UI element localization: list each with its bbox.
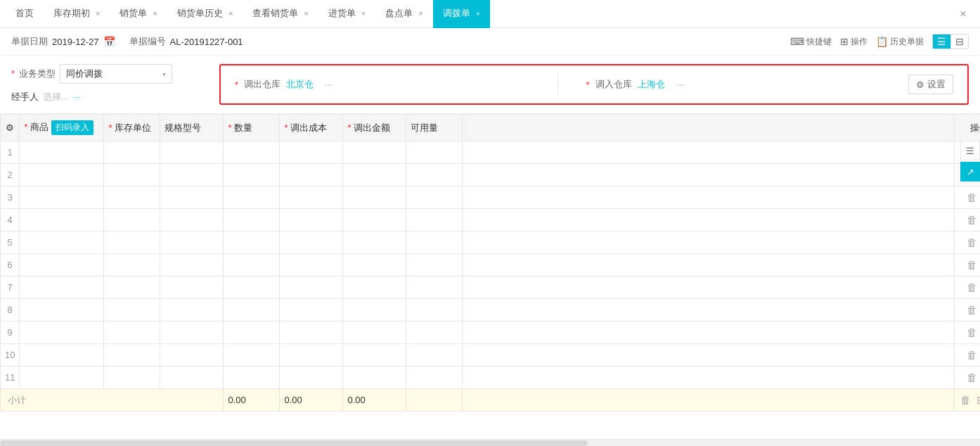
cell-spec-5[interactable] — [160, 231, 224, 254]
cell-available-8[interactable] — [406, 299, 463, 321]
warehouse-in-more-btn[interactable]: ··· — [676, 79, 685, 90]
cell-cost-4[interactable] — [280, 209, 343, 231]
calendar-icon[interactable]: 📅 — [103, 36, 115, 47]
cell-spec-9[interactable] — [160, 321, 224, 344]
cell-qty-2[interactable] — [224, 164, 280, 186]
cell-product-10[interactable] — [20, 344, 104, 367]
tab-inventory-check-close[interactable]: × — [418, 9, 423, 18]
scan-input-button[interactable]: 扫码录入 — [51, 120, 94, 135]
cell-product-2[interactable] — [20, 164, 104, 186]
cell-product-4[interactable] — [20, 209, 104, 231]
tab-inventory-init[interactable]: 库存期初 × — [44, 0, 110, 28]
delete-icon-4[interactable]: 🗑 — [967, 214, 977, 226]
delete-icon-7[interactable]: 🗑 — [967, 281, 977, 293]
cell-spec-6[interactable] — [160, 254, 224, 276]
cell-product-1[interactable] — [20, 141, 104, 164]
horizontal-scrollbar[interactable] — [0, 439, 980, 446]
business-type-select[interactable]: 同价调拨 ▾ — [60, 64, 172, 84]
shortcut-action[interactable]: ⌨ 快捷键 — [790, 36, 832, 48]
tab-transfer[interactable]: 调拨单 × — [433, 0, 490, 28]
cell-qty-3[interactable] — [224, 186, 280, 209]
cell-product-9[interactable] — [20, 321, 104, 344]
cell-spec-1[interactable] — [160, 141, 224, 164]
settings-button[interactable]: ⚙ 设置 — [908, 75, 953, 94]
cell-available-5[interactable] — [406, 231, 463, 254]
cell-unit-1[interactable] — [104, 141, 160, 164]
cell-product-3[interactable] — [20, 186, 104, 209]
cell-available-6[interactable] — [406, 254, 463, 276]
window-close-button[interactable]: × — [952, 3, 974, 25]
cell-qty-8[interactable] — [224, 299, 280, 321]
cell-cost-1[interactable] — [280, 141, 343, 164]
tab-home[interactable]: 首页 — [6, 0, 44, 28]
cell-amount-9[interactable] — [343, 321, 406, 344]
cell-cost-5[interactable] — [280, 231, 343, 254]
history-action[interactable]: 📋 历史单据 — [876, 36, 924, 48]
cell-qty-9[interactable] — [224, 321, 280, 344]
cell-unit-11[interactable] — [104, 367, 160, 389]
subtotal-delete-icon[interactable]: 🗑 — [960, 394, 971, 406]
tab-sales-history[interactable]: 销货单历史 × — [167, 0, 243, 28]
cell-cost-9[interactable] — [280, 321, 343, 344]
cell-unit-8[interactable] — [104, 299, 160, 321]
cell-amount-3[interactable] — [343, 186, 406, 209]
cell-amount-8[interactable] — [343, 299, 406, 321]
cell-available-3[interactable] — [406, 186, 463, 209]
cell-qty-10[interactable] — [224, 344, 280, 367]
cell-unit-9[interactable] — [104, 321, 160, 344]
cell-qty-7[interactable] — [224, 276, 280, 299]
cell-qty-4[interactable] — [224, 209, 280, 231]
cell-amount-5[interactable] — [343, 231, 406, 254]
cell-cost-10[interactable] — [280, 344, 343, 367]
cell-product-5[interactable] — [20, 231, 104, 254]
cell-available-9[interactable] — [406, 321, 463, 344]
cell-spec-3[interactable] — [160, 186, 224, 209]
cell-cost-8[interactable] — [280, 299, 343, 321]
cell-amount-4[interactable] — [343, 209, 406, 231]
cell-unit-5[interactable] — [104, 231, 160, 254]
delete-icon-8[interactable]: 🗑 — [967, 304, 977, 316]
cell-amount-6[interactable] — [343, 254, 406, 276]
delete-icon-9[interactable]: 🗑 — [967, 326, 977, 338]
scrollbar-thumb[interactable] — [0, 440, 588, 446]
agent-more-btn[interactable]: ··· — [73, 92, 80, 102]
cell-cost-2[interactable] — [280, 164, 343, 186]
cell-available-7[interactable] — [406, 276, 463, 299]
tab-sales-history-close[interactable]: × — [228, 9, 233, 18]
delete-icon-10[interactable]: 🗑 — [967, 349, 977, 361]
operation-action[interactable]: ⊞ 操作 — [840, 36, 868, 48]
cell-qty-5[interactable] — [224, 231, 280, 254]
cell-amount-7[interactable] — [343, 276, 406, 299]
cell-unit-2[interactable] — [104, 164, 160, 186]
delete-icon-3[interactable]: 🗑 — [967, 191, 977, 203]
warehouse-out-more-btn[interactable]: ··· — [325, 79, 333, 90]
tab-sales-order-close[interactable]: × — [153, 9, 157, 18]
cell-available-10[interactable] — [406, 344, 463, 367]
cell-spec-10[interactable] — [160, 344, 224, 367]
cell-unit-6[interactable] — [104, 254, 160, 276]
cell-unit-3[interactable] — [104, 186, 160, 209]
cell-product-6[interactable] — [20, 254, 104, 276]
tab-purchase-order-close[interactable]: × — [361, 9, 366, 18]
tab-purchase-order[interactable]: 进货单 × — [318, 0, 375, 28]
cell-amount-10[interactable] — [343, 344, 406, 367]
cell-amount-2[interactable] — [343, 164, 406, 186]
cell-unit-4[interactable] — [104, 209, 160, 231]
subtotal-copy-icon[interactable]: ⊞ — [976, 394, 980, 406]
cell-spec-11[interactable] — [160, 367, 224, 389]
cell-cost-7[interactable] — [280, 276, 343, 299]
cell-qty-1[interactable] — [224, 141, 280, 164]
tab-view-sales-close[interactable]: × — [304, 9, 308, 18]
delete-icon-5[interactable]: 🗑 — [967, 236, 977, 248]
cell-cost-3[interactable] — [280, 186, 343, 209]
delete-icon-11[interactable]: 🗑 — [967, 371, 977, 383]
sidebar-list-btn[interactable]: ☰ — [960, 141, 980, 160]
cell-amount-1[interactable] — [343, 141, 406, 164]
tab-inventory-check[interactable]: 盘点单 × — [375, 0, 432, 28]
cell-product-8[interactable] — [20, 299, 104, 321]
cell-available-2[interactable] — [406, 164, 463, 186]
cell-unit-10[interactable] — [104, 344, 160, 367]
cell-available-4[interactable] — [406, 209, 463, 231]
tab-sales-order[interactable]: 销货单 × — [110, 0, 167, 28]
table-settings-icon[interactable]: ⚙ — [6, 122, 14, 133]
